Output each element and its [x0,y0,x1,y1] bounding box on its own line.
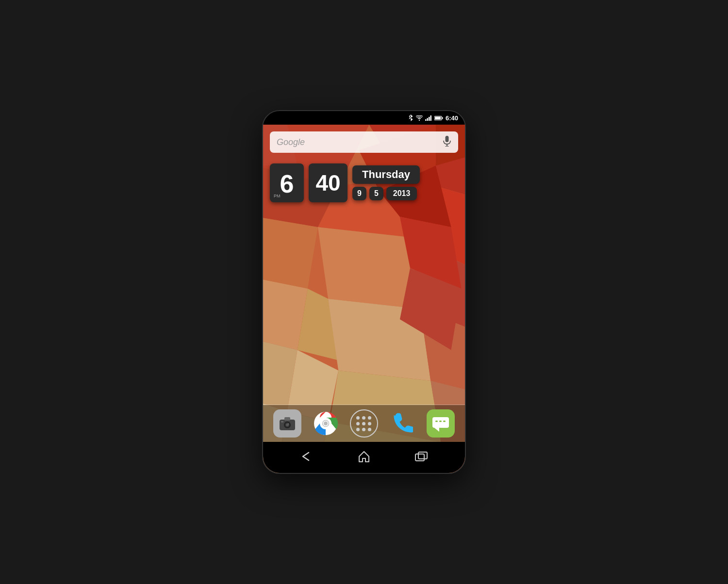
clock-widget: PM 6 40 Thursday 9 5 2013 [270,163,420,202]
app-drawer-dots [352,412,375,435]
phone-frame: 6:40 [262,110,466,474]
hour-tile: PM 6 [270,163,304,202]
svg-rect-35 [446,136,449,142]
svg-rect-6 [442,117,443,119]
dot [356,422,360,425]
hour-display: 6 [280,171,294,196]
svg-rect-52 [432,417,449,428]
day-name-tile: Thursday [352,165,420,184]
svg-rect-36 [447,144,447,146]
dock [263,405,465,442]
bluetooth-icon [408,114,414,121]
dot [368,422,371,425]
home-button[interactable] [358,450,370,465]
date-tiles: 9 5 2013 [352,187,420,200]
messenger-app-icon[interactable] [427,409,455,438]
mic-icon[interactable] [443,136,451,149]
day-tile: 5 [369,187,383,200]
screen: Google PM 6 40 [263,125,465,473]
year-tile: 2013 [386,187,417,200]
svg-rect-57 [415,454,424,461]
nav-bar [263,442,465,473]
battery-icon [434,115,443,121]
minute-display: 40 [315,172,340,194]
svg-rect-2 [427,118,428,121]
dot [368,428,371,431]
svg-rect-45 [281,421,283,422]
status-icons: 6:40 [408,114,458,122]
search-placeholder: Google [277,137,305,147]
dot [362,428,365,431]
svg-rect-7 [435,116,441,119]
dot [356,428,360,431]
dot [368,416,371,420]
signal-icon [425,115,432,121]
dot [362,422,365,425]
svg-rect-56 [443,421,446,422]
svg-point-44 [287,423,288,424]
recent-button[interactable] [414,451,428,464]
svg-rect-1 [425,119,427,121]
back-button[interactable] [300,451,314,464]
wifi-icon [416,115,423,121]
svg-rect-4 [430,115,431,121]
app-drawer-icon[interactable] [350,409,378,438]
dot [362,416,365,420]
minute-tile: 40 [309,163,347,202]
status-bar: 6:40 [263,111,465,125]
svg-point-0 [419,120,420,121]
day-name: Thursday [362,168,410,180]
search-bar[interactable]: Google [270,131,458,153]
dot [356,416,360,420]
svg-rect-55 [439,421,442,422]
phone-app-icon[interactable] [388,409,416,438]
status-time: 6:40 [446,114,458,122]
camera-app-icon[interactable] [273,409,301,438]
month-tile: 9 [352,187,366,200]
svg-rect-54 [435,421,438,422]
period-label: PM [274,194,281,198]
svg-rect-3 [429,117,430,121]
chrome-app-icon[interactable] [312,409,340,438]
svg-rect-37 [445,146,449,146]
svg-rect-40 [284,417,290,421]
svg-rect-58 [418,452,427,459]
svg-point-50 [324,422,328,425]
date-section: Thursday 9 5 2013 [352,165,420,200]
